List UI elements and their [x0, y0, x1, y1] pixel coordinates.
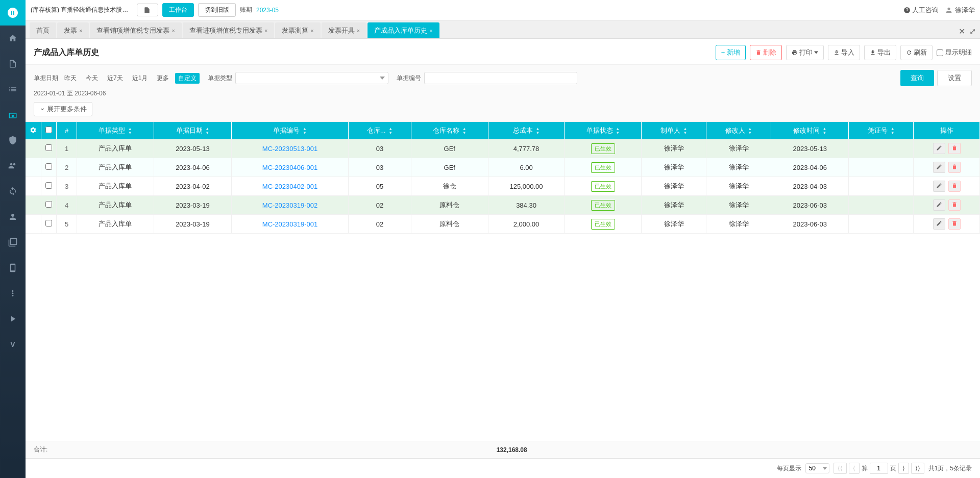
- col-modifier[interactable]: 修改人 ▲▼: [706, 122, 771, 139]
- type-filter-select[interactable]: [235, 72, 388, 84]
- sidebar-item-v[interactable]: V: [0, 332, 26, 357]
- col-total-cost[interactable]: 总成本 ▲▼: [488, 122, 565, 139]
- tab-product-inbound[interactable]: 产成品入库单历史 ×: [368, 22, 439, 38]
- sidebar-item-doc[interactable]: [0, 51, 26, 77]
- col-type[interactable]: 单据类型 ▲▼: [77, 122, 154, 139]
- show-detail-checkbox[interactable]: 显示明细: [937, 48, 972, 57]
- row-number-link[interactable]: MC-20230319-002: [262, 202, 317, 209]
- doc-template-btn[interactable]: [137, 4, 158, 16]
- sidebar-item-warehouse[interactable]: [0, 102, 26, 128]
- row-checkbox[interactable]: [41, 196, 57, 215]
- row-delete-btn[interactable]: [948, 199, 961, 211]
- switch-version-btn[interactable]: 切到旧版: [198, 3, 236, 17]
- row-number-link[interactable]: MC-20230402-001: [262, 183, 317, 190]
- first-page-btn[interactable]: ⟨⟨: [834, 463, 847, 474]
- table-row[interactable]: 4 产品入库单 2023-03-19 MC-20230319-002 02 原料…: [26, 196, 980, 215]
- print-btn[interactable]: 打印: [786, 45, 824, 60]
- row-select[interactable]: [45, 182, 52, 189]
- tab-maximize[interactable]: ⤢: [969, 27, 976, 36]
- shortcut-1month[interactable]: 近1月: [129, 73, 151, 84]
- tab-product-inbound-close[interactable]: ×: [429, 28, 432, 34]
- refresh-btn[interactable]: 刷新: [900, 45, 933, 60]
- set-btn[interactable]: 设置: [937, 70, 972, 86]
- sidebar-item-mobile[interactable]: [0, 255, 26, 281]
- row-select[interactable]: [45, 220, 52, 227]
- shortcut-yesterday[interactable]: 昨天: [61, 73, 80, 84]
- sidebar-item-home[interactable]: [0, 26, 26, 51]
- row-edit-btn[interactable]: [933, 218, 945, 230]
- shortcut-7days[interactable]: 近7天: [104, 73, 126, 84]
- row-number-link[interactable]: MC-20230513-001: [262, 145, 317, 153]
- tab-invoice[interactable]: 发票 ×: [57, 22, 89, 38]
- row-checkbox[interactable]: [41, 139, 57, 158]
- table-row[interactable]: 2 产品入库单 2023-04-06 MC-20230406-001 03 GE…: [26, 158, 980, 177]
- tab-invoice-close[interactable]: ×: [79, 28, 82, 34]
- export-btn[interactable]: 导出: [864, 45, 896, 60]
- tab-invoice-open-close[interactable]: ×: [357, 28, 360, 34]
- import-btn[interactable]: 导入: [828, 45, 860, 60]
- col-select-all[interactable]: [41, 122, 57, 139]
- row-checkbox[interactable]: [41, 215, 57, 234]
- col-warehouse-code[interactable]: 仓库... ▲▼: [348, 122, 411, 139]
- sidebar-item-stamp[interactable]: [0, 128, 26, 153]
- prev-page-btn[interactable]: ⟨: [849, 463, 860, 474]
- sidebar-item-flow[interactable]: [0, 179, 26, 204]
- tab-sales-vat[interactable]: 查看销项增值税专用发票 ×: [90, 22, 181, 38]
- row-select[interactable]: [45, 201, 52, 208]
- last-page-btn[interactable]: ⟩⟩: [911, 463, 924, 474]
- table-row[interactable]: 5 产品入库单 2023-03-19 MC-20230319-001 02 原料…: [26, 215, 980, 234]
- sidebar-item-scan[interactable]: [0, 230, 26, 255]
- row-number-link[interactable]: MC-20230406-001: [262, 164, 317, 171]
- shortcut-today[interactable]: 今天: [83, 73, 101, 84]
- tab-sales-vat-close[interactable]: ×: [172, 28, 175, 34]
- tab-close-all[interactable]: ✕: [959, 27, 965, 36]
- sidebar-item-user[interactable]: [0, 204, 26, 230]
- delete-btn[interactable]: 删除: [750, 45, 782, 60]
- row-delete-btn[interactable]: [948, 218, 961, 230]
- tab-invoice-calc-close[interactable]: ×: [310, 28, 313, 34]
- query-btn[interactable]: 查询: [900, 70, 934, 86]
- col-status[interactable]: 单据状态 ▲▼: [565, 122, 642, 139]
- row-number[interactable]: MC-20230319-002: [232, 196, 349, 215]
- row-edit-btn[interactable]: [933, 143, 945, 154]
- number-filter-input[interactable]: [424, 72, 577, 84]
- select-all-checkbox[interactable]: [45, 127, 52, 133]
- table-row[interactable]: 3 产品入库单 2023-04-02 MC-20230402-001 05 徐仓…: [26, 177, 980, 196]
- col-settings[interactable]: [26, 122, 41, 139]
- tab-home[interactable]: 首页: [30, 22, 56, 38]
- tab-purchase-vat[interactable]: 查看进项增值税专用发票 ×: [183, 22, 274, 38]
- new-btn[interactable]: + 新增: [716, 45, 746, 60]
- sidebar-item-config[interactable]: [0, 281, 26, 306]
- row-checkbox[interactable]: [41, 158, 57, 177]
- tab-invoice-open[interactable]: 发票开具 ×: [322, 22, 366, 38]
- row-number[interactable]: MC-20230319-001: [232, 215, 349, 234]
- row-select[interactable]: [45, 163, 52, 170]
- row-number[interactable]: MC-20230406-001: [232, 158, 349, 177]
- table-row[interactable]: 1 产品入库单 2023-05-13 MC-20230513-001 03 GE…: [26, 139, 980, 158]
- col-modify-time[interactable]: 修改时间 ▲▼: [771, 122, 848, 139]
- shortcut-custom[interactable]: 自定义: [175, 73, 200, 84]
- row-delete-btn[interactable]: [948, 181, 961, 192]
- col-number[interactable]: 单据编号 ▲▼: [232, 122, 349, 139]
- tab-purchase-vat-close[interactable]: ×: [264, 28, 267, 34]
- tab-invoice-calc[interactable]: 发票测算 ×: [275, 22, 320, 38]
- app-logo[interactable]: [0, 0, 26, 26]
- row-checkbox[interactable]: [41, 177, 57, 196]
- col-date[interactable]: 单据日期 ▲▼: [154, 122, 231, 139]
- row-select[interactable]: [45, 144, 52, 151]
- next-page-btn[interactable]: ⟩: [898, 463, 909, 474]
- row-edit-btn[interactable]: [933, 162, 945, 173]
- row-number[interactable]: MC-20230513-001: [232, 139, 349, 158]
- per-page-select[interactable]: 50 20 100: [805, 463, 829, 473]
- row-edit-btn[interactable]: [933, 199, 945, 211]
- show-detail-input[interactable]: [937, 49, 943, 56]
- row-edit-btn[interactable]: [933, 181, 945, 192]
- sidebar-item-org[interactable]: [0, 153, 26, 179]
- expand-btn[interactable]: 展开更多条件: [34, 102, 92, 116]
- row-number[interactable]: MC-20230402-001: [232, 177, 349, 196]
- help-btn[interactable]: 人工咨询: [903, 6, 939, 15]
- row-number-link[interactable]: MC-20230319-001: [262, 220, 317, 228]
- sidebar-item-video[interactable]: [0, 306, 26, 332]
- col-creator[interactable]: 制单人 ▲▼: [642, 122, 706, 139]
- page-input[interactable]: [870, 463, 888, 474]
